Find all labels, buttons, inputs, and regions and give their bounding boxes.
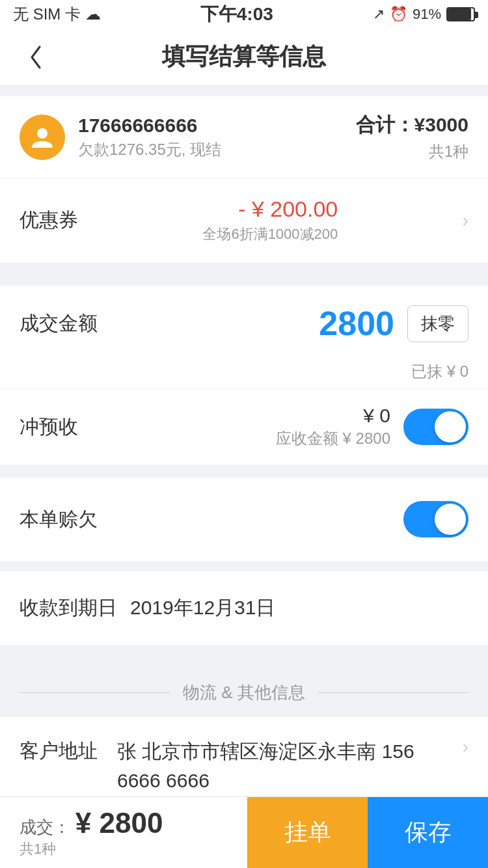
customer-subtext: 欠款1276.35元, 现结 [78,139,356,160]
customer-total: 合计：¥3000 共1种 [356,112,468,162]
round-off-button[interactable]: 抹零 [407,305,468,342]
coupon-label: 优惠券 [20,207,78,234]
prepaid-right: ¥ 0 应收金额 ¥ 2800 [276,405,468,449]
deal-row: 成交金额 2800 抹零 [0,286,488,361]
bad-debt-toggle[interactable] [403,501,468,537]
coupon-amount: - ¥ 200.00 [202,197,338,222]
battery-icon [446,7,475,21]
address-label: 客户地址 [20,738,98,765]
toggle-knob [435,411,466,442]
section-divider-2 [0,465,488,478]
total-amount: 合计：¥3000 [356,112,468,139]
section-divider-1 [0,273,488,286]
back-button[interactable] [20,41,52,74]
bad-debt-toggle-knob [435,504,466,535]
nav-bar: 填写结算等信息 [0,29,488,86]
bad-debt-label: 本单赊欠 [20,506,98,533]
bad-debt-row: 本单赊欠 [0,478,488,561]
deal-label: 成交金额 [20,310,98,337]
coupon-right: - ¥ 200.00 全场6折满1000减200 [202,197,338,244]
prepaid-row: 冲预收 ¥ 0 应收金额 ¥ 2800 [0,388,488,465]
svg-point-0 [37,128,47,139]
logistics-text: 物流 & 其他信息 [183,681,305,704]
battery-percent: 91% [413,6,441,23]
customer-card: 17666666666 欠款1276.35元, 现结 合计：¥3000 共1种 … [0,96,488,262]
bottom-deal-amount: ¥ 2800 [75,807,163,839]
due-date-section: 收款到期日 2019年12月31日 [0,571,488,645]
customer-info: 17666666666 欠款1276.35元, 现结 [78,115,356,160]
deal-right: 2800 抹零 [319,304,468,343]
hold-button[interactable]: 挂单 [247,797,368,869]
due-date-label: 收款到期日 [20,595,117,621]
page-title: 填写结算等信息 [52,41,436,73]
logistics-line-left [20,692,170,693]
due-date-row: 收款到期日 2019年12月31日 [0,571,488,645]
total-sub: 共1种 [356,141,468,162]
bottom-deal-sub: 共1种 [20,839,228,859]
chevron-right-icon: › [463,210,468,231]
logistics-line-right [318,692,468,693]
sim-label: 无 SIM 卡 ☁ [13,4,101,25]
save-button[interactable]: 保存 [368,797,488,869]
bad-debt-section: 本单赊欠 [0,478,488,561]
coupon-row[interactable]: 优惠券 - ¥ 200.00 全场6折满1000减200 › [0,178,488,262]
address-value: 张 北京市市辖区海淀区永丰南 156 6666 6666 [117,737,463,795]
status-right: ↗ ⏰ 91% [373,6,475,23]
bottom-deal-label-row: 成交： ¥ 2800 [20,807,228,839]
coupon-desc: 全场6折满1000减200 [202,224,338,244]
status-time: 下午4:03 [200,2,273,27]
section-divider-3 [0,655,488,668]
avatar [20,115,65,160]
logistics-divider: 物流 & 其他信息 [0,668,488,717]
deal-amount-value: 2800 [319,304,394,343]
bottom-summary: 成交： ¥ 2800 共1种 [0,807,247,859]
due-date-value: 2019年12月31日 [130,595,275,621]
status-bar: 无 SIM 卡 ☁ 下午4:03 ↗ ⏰ 91% [0,0,488,29]
prepaid-amount: ¥ 0 [276,405,390,427]
bottom-bar: 成交： ¥ 2800 共1种 挂单 保存 [0,796,488,868]
customer-phone: 17666666666 [78,115,356,137]
deal-section: 成交金额 2800 抹零 已抹 ¥ 0 冲预收 ¥ 0 应收金额 ¥ 2800 [0,286,488,465]
bottom-deal-label: 成交： [20,817,70,837]
prepaid-sub: 应收金额 ¥ 2800 [276,428,390,449]
address-chevron-icon: › [463,737,468,757]
prepaid-toggle[interactable] [403,409,468,445]
deal-sub: 已抹 ¥ 0 [0,361,488,388]
status-left: 无 SIM 卡 ☁ [13,4,101,25]
customer-row: 17666666666 欠款1276.35元, 现结 合计：¥3000 共1种 [0,96,488,178]
prepaid-label: 冲预收 [20,414,78,441]
location-icon: ↗ [373,6,385,23]
alarm-icon: ⏰ [390,6,407,23]
prepaid-amount-col: ¥ 0 应收金额 ¥ 2800 [276,405,390,449]
